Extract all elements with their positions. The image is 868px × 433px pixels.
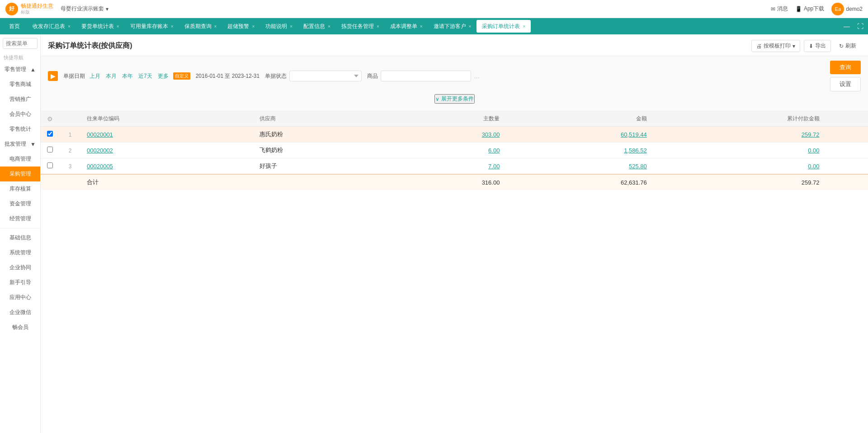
- sidebar-item-member-center[interactable]: 会员中心: [0, 107, 40, 122]
- shortcut-7days[interactable]: 近7天: [137, 71, 154, 81]
- cell-rownum-2: 2: [59, 143, 81, 158]
- tab-minimize-btn[interactable]: —: [841, 22, 853, 31]
- tab-overstock-warning[interactable]: 超储预警 ×: [222, 20, 260, 33]
- filter-toggle-btn[interactable]: ▶: [48, 71, 58, 81]
- tab-available-stock[interactable]: 可用量库存账本 ×: [125, 20, 179, 33]
- goods-filter-label: 商品: [367, 72, 378, 80]
- sidebar-item-enterprise-wechat[interactable]: 企业微信: [0, 305, 40, 320]
- cell-amount-2: 1,586.52: [505, 143, 652, 158]
- content-area: 采购订单统计表(按供应商) 🖨 按模板打印 ▾ ⬇ 导出 ↻ 刷新: [41, 34, 868, 433]
- filter-area: ▶ 单据日期 上月 本月 本年 近7天 更多 自定义 2016-01-: [41, 56, 868, 111]
- top-bar-right: ✉ 消息 📱 App下载 Ea demo2: [771, 3, 863, 15]
- cell-checkbox-2[interactable]: [41, 143, 59, 158]
- row-checkbox-2[interactable]: [47, 147, 53, 152]
- tab-close-receive-send[interactable]: ×: [68, 24, 71, 29]
- table-row: 2 00020002 飞鹤奶粉 6.00 1,586.52 0.00: [41, 143, 868, 158]
- cell-main-qty-1: 303.00: [391, 127, 505, 143]
- message-btn[interactable]: ✉ 消息: [771, 5, 788, 13]
- col-row-num: [59, 111, 81, 127]
- sidebar-item-operation-mgmt[interactable]: 经营管理: [0, 211, 40, 226]
- tab-close-function-desc[interactable]: ×: [290, 24, 292, 29]
- table-footer-row: 合计 316.00 62,631.76 259.72: [41, 174, 868, 190]
- shortcut-this-month[interactable]: 本月: [104, 71, 118, 81]
- expand-filter-btn[interactable]: ∨ 展开更多条件: [434, 94, 475, 104]
- tab-close-overstock-warning[interactable]: ×: [252, 24, 255, 29]
- tab-close-expiry-query[interactable]: ×: [214, 24, 217, 29]
- tab-close-invite-downstream[interactable]: ×: [469, 24, 472, 29]
- print-chevron-down-icon: ▾: [793, 43, 795, 49]
- table-settings-icon[interactable]: ⚙: [47, 115, 53, 123]
- logo-text: 畅捷通好生意 标版: [21, 3, 53, 14]
- tab-maximize-btn[interactable]: ⛶: [854, 22, 866, 31]
- cell-checkbox-3[interactable]: [41, 158, 59, 175]
- sidebar-item-finance-mgmt[interactable]: 资金管理: [0, 196, 40, 211]
- shortcut-last-month[interactable]: 上月: [88, 71, 102, 81]
- sidebar-item-purchase-mgmt[interactable]: 采购管理: [0, 167, 40, 181]
- sidebar-item-app-center[interactable]: 应用中心: [0, 290, 40, 305]
- expand-icon: ∨: [435, 96, 439, 102]
- tab-purchase-order-summary[interactable]: 采购订单统计表 ×: [476, 20, 531, 33]
- cell-checkbox-1[interactable]: [41, 127, 59, 143]
- sidebar-search-input[interactable]: [3, 38, 38, 49]
- sidebar-item-new-guide[interactable]: 新手引导: [0, 275, 40, 290]
- tab-close-available-stock[interactable]: ×: [171, 24, 174, 29]
- tab-close-config-info[interactable]: ×: [328, 24, 330, 29]
- query-button[interactable]: 查询: [830, 61, 861, 74]
- col-supplier-name: 供应商: [254, 111, 391, 127]
- workspace-selector[interactable]: 母婴行业演示账套 ▾: [57, 3, 112, 14]
- refresh-button[interactable]: ↻ 刷新: [835, 40, 861, 52]
- cell-main-qty-3: 7.00: [391, 158, 505, 175]
- cell-paid-amount-1: 259.72: [652, 127, 825, 143]
- table-container: ⚙ 往来单位编码 供应商 主数量 金额 累计付款金额: [41, 111, 868, 433]
- tab-cost-adjust[interactable]: 成本调整单 ×: [385, 20, 428, 33]
- footer-spacer-end: [825, 174, 868, 190]
- footer-spacer: [41, 174, 81, 190]
- app-download-btn[interactable]: 📱 App下载: [795, 5, 824, 13]
- top-bar-left: 好 畅捷通好生意 标版 母婴行业演示账套 ▾: [5, 3, 112, 15]
- tab-close-order-summary[interactable]: ×: [117, 24, 119, 29]
- shortcut-this-year[interactable]: 本年: [120, 71, 135, 81]
- tab-close-pick-task[interactable]: ×: [377, 24, 379, 29]
- cell-rownum-1: 1: [59, 127, 81, 143]
- row-checkbox-3[interactable]: [47, 162, 53, 168]
- tab-expiry-query[interactable]: 保质期查询 ×: [179, 20, 222, 33]
- tab-order-summary[interactable]: 要货单统计表 ×: [76, 20, 125, 33]
- row-checkbox-1[interactable]: [47, 131, 53, 137]
- phone-icon: 📱: [795, 6, 802, 12]
- date-range-group: 2016-01-01 至 2023-12-31: [196, 72, 259, 80]
- col-paid-amount: 累计付款金额: [652, 111, 825, 127]
- logo-area: 好 畅捷通好生意 标版: [5, 3, 53, 15]
- tab-invite-downstream[interactable]: 邀请下游客户 ×: [428, 20, 477, 33]
- export-button[interactable]: ⬇ 导出: [804, 40, 831, 52]
- quick-nav-label: 快捷导航: [0, 52, 40, 62]
- tab-pick-task[interactable]: 拣货任务管理 ×: [336, 20, 385, 33]
- goods-filter-input[interactable]: [381, 71, 471, 81]
- status-select[interactable]: [289, 71, 362, 81]
- logo-icon: 好: [5, 3, 18, 15]
- sidebar-item-member-vip[interactable]: 畅会员: [0, 320, 40, 335]
- sidebar-item-ecommerce-mgmt[interactable]: 电商管理: [0, 152, 40, 167]
- sidebar-item-enterprise-collab[interactable]: 企业协同: [0, 260, 40, 275]
- tab-function-desc[interactable]: 功能说明 ×: [260, 20, 298, 33]
- goods-filter-group: 商品 …: [367, 71, 480, 81]
- tab-close-cost-adjust[interactable]: ×: [420, 24, 423, 29]
- tab-home[interactable]: 首页: [2, 20, 27, 33]
- settings-button[interactable]: 设置: [830, 77, 861, 91]
- user-avatar[interactable]: Ea demo2: [831, 3, 863, 15]
- tab-config-info[interactable]: 配置信息 ×: [298, 20, 336, 33]
- sidebar-item-marketing[interactable]: 营销推广: [0, 92, 40, 107]
- shortcut-more[interactable]: 更多: [156, 71, 170, 81]
- sidebar-item-retail-store[interactable]: 零售商城: [0, 77, 40, 92]
- tab-receive-send[interactable]: 收发存汇总表 ×: [27, 20, 76, 33]
- status-filter-group: 单据状态: [265, 71, 362, 81]
- goods-filter-more-icon[interactable]: …: [474, 73, 480, 80]
- sidebar-item-sys-mgmt[interactable]: 系统管理: [0, 245, 40, 260]
- sidebar-item-stock-check[interactable]: 库存核算: [0, 181, 40, 196]
- sidebar-item-retail-stats[interactable]: 零售统计: [0, 122, 40, 137]
- sidebar: 快捷导航 零售管理 ▲ 零售商城 营销推广 会员中心 零售统计 批发管理 ▼ 电…: [0, 34, 41, 433]
- sidebar-item-wholesale-mgmt[interactable]: 批发管理 ▼: [0, 137, 40, 152]
- print-button[interactable]: 🖨 按模板打印 ▾: [751, 40, 800, 52]
- sidebar-item-retail-mgmt[interactable]: 零售管理 ▲: [0, 62, 40, 77]
- sidebar-item-basic-info[interactable]: 基础信息: [0, 230, 40, 245]
- tab-close-purchase-order-summary[interactable]: ×: [523, 24, 525, 29]
